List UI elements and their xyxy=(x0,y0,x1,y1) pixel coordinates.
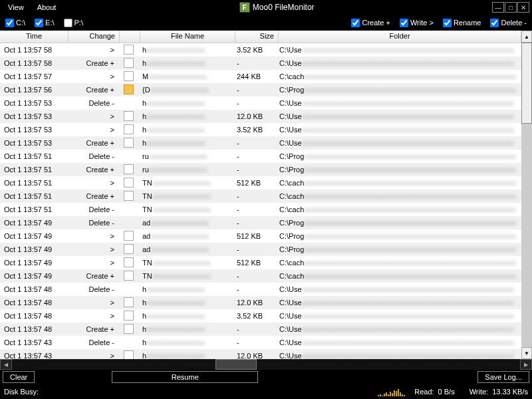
table-row[interactable]: Oct 1 13:57 51Create +ruxxxxxxxxxxxxxxxx… xyxy=(0,163,521,176)
menu-about[interactable]: About xyxy=(32,2,62,13)
cell-size: - xyxy=(233,166,275,174)
table-header: Time Change File Name Size Folder xyxy=(0,31,521,43)
table-row[interactable]: Oct 1 13:57 56Create +{Dxxxxxxxxxxxxxxxx… xyxy=(0,83,521,96)
cell-change: Delete - xyxy=(68,285,118,293)
file-icon xyxy=(124,191,134,201)
disk-busy-label: Disk Busy: xyxy=(4,388,39,396)
save-log-button[interactable]: Save Log... xyxy=(477,371,529,383)
cell-change: Delete - xyxy=(68,338,118,346)
table-row[interactable]: Oct 1 13:57 53>hxxxxxxxxxxxxxxxx3.52 KBC… xyxy=(0,123,521,136)
cell-change: Create + xyxy=(68,272,118,280)
scroll-right-icon[interactable]: ▶ xyxy=(520,359,532,370)
cell-icon xyxy=(118,311,138,322)
cell-name: ruxxxxxxxxxxxxxxxx xyxy=(138,152,233,160)
table-row[interactable]: Oct 1 13:57 57>Mxxxxxxxxxxxxxxxx244 KBC:… xyxy=(0,70,521,83)
hscroll-thumb[interactable] xyxy=(215,359,257,370)
cell-change: > xyxy=(68,46,118,54)
cell-folder: C:\Usexxxxxxxxxxxxxxxxxxxxxxxxxxxxxxxxxx… xyxy=(275,139,521,147)
col-size[interactable]: Size xyxy=(235,31,279,43)
col-change[interactable]: Change xyxy=(68,31,120,43)
filter-checkbox[interactable]: Delete - xyxy=(490,19,527,27)
menu-view[interactable]: View xyxy=(3,2,29,13)
table-row[interactable]: Oct 1 13:57 48>hxxxxxxxxxxxxxxxx3.52 KBC… xyxy=(0,309,521,323)
minimize-button[interactable]: — xyxy=(492,2,504,13)
drive-checkbox[interactable]: C:\ xyxy=(5,19,25,27)
scroll-down-icon[interactable]: ▼ xyxy=(521,347,532,359)
horizontal-scrollbar[interactable]: ◀ ▶ xyxy=(0,359,532,370)
col-time[interactable]: Time xyxy=(0,31,68,43)
table-row[interactable]: Oct 1 13:57 58>hxxxxxxxxxxxxxxxx3.52 KBC… xyxy=(0,43,521,57)
scroll-thumb[interactable] xyxy=(521,43,532,124)
col-name[interactable]: File Name xyxy=(140,31,235,43)
cell-name: hxxxxxxxxxxxxxxxx xyxy=(138,285,233,293)
table-row[interactable]: Oct 1 13:57 43>hxxxxxxxxxxxxxxxx12.0 KBC… xyxy=(0,349,521,359)
table-row[interactable]: Oct 1 13:57 49>adxxxxxxxxxxxxxxxx512 KBC… xyxy=(0,229,521,243)
file-icon xyxy=(124,45,134,55)
write-label: Write: xyxy=(469,388,489,396)
maximize-button[interactable]: □ xyxy=(505,2,517,13)
file-icon xyxy=(124,124,134,134)
table-row[interactable]: Oct 1 13:57 43Delete -hxxxxxxxxxxxxxxxx-… xyxy=(0,336,521,349)
file-table: Time Change File Name Size Folder Oct 1 … xyxy=(0,31,532,359)
file-icon xyxy=(124,324,134,334)
cell-time: Oct 1 13:57 51 xyxy=(0,152,68,160)
cell-folder: C:\Progxxxxxxxxxxxxxxxxxxxxxxxxxxxxxxxxx… xyxy=(275,245,521,253)
cell-change: Create + xyxy=(68,86,118,94)
cell-icon xyxy=(118,350,138,360)
table-row[interactable]: Oct 1 13:57 49Delete -adxxxxxxxxxxxxxxxx… xyxy=(0,216,521,229)
table-row[interactable]: Oct 1 13:57 48Delete -hxxxxxxxxxxxxxxxx-… xyxy=(0,283,521,296)
cell-size: 12.0 KB xyxy=(233,299,275,307)
table-row[interactable]: Oct 1 13:57 49>adxxxxxxxxxxxxxxxx-C:\Pro… xyxy=(0,243,521,256)
close-button[interactable]: ✕ xyxy=(517,2,529,13)
filter-checkbox[interactable]: Write > xyxy=(400,19,434,27)
table-row[interactable]: Oct 1 13:57 51Delete -TNxxxxxxxxxxxxxxxx… xyxy=(0,203,521,216)
filter-checkbox[interactable]: Create + xyxy=(351,19,390,27)
cell-change: > xyxy=(68,179,118,187)
table-row[interactable]: Oct 1 13:57 51>TNxxxxxxxxxxxxxxxx512 KBC… xyxy=(0,176,521,190)
cell-name: TNxxxxxxxxxxxxxxxx xyxy=(138,179,233,187)
cell-folder: C:\Usexxxxxxxxxxxxxxxxxxxxxxxxxxxxxxxxxx… xyxy=(275,352,521,359)
cell-folder: C:\Usexxxxxxxxxxxxxxxxxxxxxxxxxxxxxxxxxx… xyxy=(275,59,521,67)
cell-folder: C:\Progxxxxxxxxxxxxxxxxxxxxxxxxxxxxxxxxx… xyxy=(275,232,521,240)
col-icon[interactable] xyxy=(120,31,140,43)
cell-name: hxxxxxxxxxxxxxxxx xyxy=(138,46,233,54)
cell-change: Create + xyxy=(68,192,118,200)
table-row[interactable]: Oct 1 13:57 48>hxxxxxxxxxxxxxxxx12.0 KBC… xyxy=(0,296,521,309)
scroll-left-icon[interactable]: ◀ xyxy=(0,359,12,370)
table-row[interactable]: Oct 1 13:57 58Create +hxxxxxxxxxxxxxxxx-… xyxy=(0,57,521,70)
cell-change: Create + xyxy=(68,59,118,67)
cell-time: Oct 1 13:57 51 xyxy=(0,166,68,174)
file-icon xyxy=(124,297,134,307)
cell-name: TNxxxxxxxxxxxxxxxx xyxy=(138,272,233,280)
cell-icon xyxy=(118,244,138,255)
cell-size: - xyxy=(233,245,275,253)
cell-time: Oct 1 13:57 48 xyxy=(0,312,68,320)
vertical-scrollbar[interactable]: ▲ ▼ xyxy=(521,31,532,359)
resume-button[interactable]: Resume xyxy=(112,371,258,383)
cell-name: TNxxxxxxxxxxxxxxxx xyxy=(138,205,233,213)
drive-checkbox[interactable]: E:\ xyxy=(35,19,54,27)
table-row[interactable]: Oct 1 13:57 53Delete -hxxxxxxxxxxxxxxxx-… xyxy=(0,96,521,110)
cell-time: Oct 1 13:57 49 xyxy=(0,272,68,280)
cell-size: 512 KB xyxy=(233,259,275,267)
cell-size: - xyxy=(233,285,275,293)
table-row[interactable]: Oct 1 13:57 49Create +TNxxxxxxxxxxxxxxxx… xyxy=(0,269,521,283)
file-icon xyxy=(124,164,134,174)
drive-checkbox[interactable]: P:\ xyxy=(64,19,83,27)
cell-size: - xyxy=(233,272,275,280)
table-row[interactable]: Oct 1 13:57 49>TNxxxxxxxxxxxxxxxx512 KBC… xyxy=(0,256,521,269)
cell-change: Create + xyxy=(68,139,118,147)
col-folder[interactable]: Folder xyxy=(279,31,521,43)
table-row[interactable]: Oct 1 13:57 48Create +hxxxxxxxxxxxxxxxx-… xyxy=(0,323,521,336)
table-row[interactable]: Oct 1 13:57 53Create +hxxxxxxxxxxxxxxxx-… xyxy=(0,136,521,150)
table-row[interactable]: Oct 1 13:57 51Delete -ruxxxxxxxxxxxxxxxx… xyxy=(0,150,521,163)
cell-folder: C:\cachxxxxxxxxxxxxxxxxxxxxxxxxxxxxxxxxx… xyxy=(275,205,521,213)
cell-icon xyxy=(118,71,138,82)
filter-checkbox[interactable]: Rename xyxy=(443,19,481,27)
table-row[interactable]: Oct 1 13:57 53>hxxxxxxxxxxxxxxxx12.0 KBC… xyxy=(0,110,521,123)
table-row[interactable]: Oct 1 13:57 51Create +TNxxxxxxxxxxxxxxxx… xyxy=(0,190,521,203)
clear-button[interactable]: Clear xyxy=(3,371,35,383)
scroll-up-icon[interactable]: ▲ xyxy=(521,31,532,43)
cell-folder: C:\Usexxxxxxxxxxxxxxxxxxxxxxxxxxxxxxxxxx… xyxy=(275,325,521,333)
cell-name: {Dxxxxxxxxxxxxxxxx xyxy=(138,86,233,94)
